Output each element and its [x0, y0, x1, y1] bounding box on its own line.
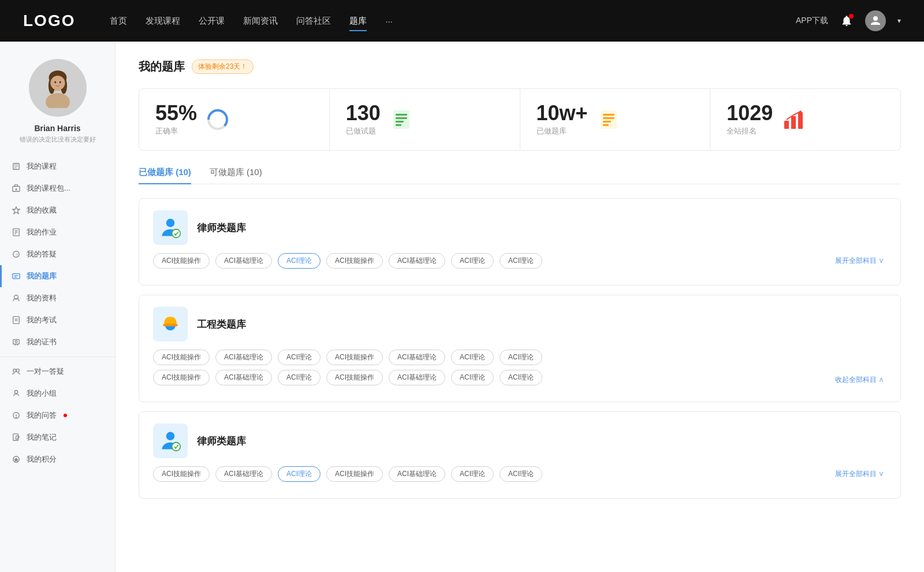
bank-3-icon	[153, 424, 188, 458]
certificates-icon	[12, 337, 21, 347]
course-package-icon	[12, 184, 21, 193]
sidebar: Brian Harris 错误的决定比没有决定要好 我的课程 我的课程包... …	[0, 42, 116, 572]
bank-1-tag-6[interactable]: ACI理论	[500, 253, 542, 269]
bank-3-tag-3[interactable]: ACI技能操作	[326, 466, 383, 482]
homework-label: 我的作业	[27, 227, 57, 237]
sidebar-item-exams[interactable]: 我的考试	[0, 309, 115, 331]
bank-2-r1-tag-4[interactable]: ACI基础理论	[389, 350, 445, 365]
svg-marker-16	[13, 207, 20, 214]
svg-rect-54	[603, 124, 609, 126]
tab-available-banks[interactable]: 可做题库 (10)	[210, 167, 262, 184]
nav-more[interactable]: ···	[385, 14, 393, 28]
bank-3-tag-6[interactable]: ACI理论	[500, 466, 542, 482]
bank-2-r1-tag-5[interactable]: ACI理论	[451, 350, 494, 365]
stat-correctrate-number: 55%	[155, 103, 197, 124]
stat-correctrate-text: 55% 正确率	[155, 103, 197, 136]
bank-2-r1-tag-2[interactable]: ACI理论	[278, 350, 321, 365]
svg-point-0	[873, 16, 878, 21]
my-courses-label: 我的课程	[27, 161, 57, 172]
bank-2-r1-tag-0[interactable]: ACI技能操作	[153, 350, 210, 365]
nav-discover[interactable]: 发现课程	[146, 13, 180, 29]
sidebar-item-questionbank[interactable]: 我的题库	[0, 265, 115, 287]
sidebar-motto: 错误的决定比没有决定要好	[14, 135, 102, 144]
bank-1-tag-4[interactable]: ACI基础理论	[389, 253, 445, 269]
exams-label: 我的考试	[27, 315, 57, 325]
bank-2-r1-tag-1[interactable]: ACI基础理论	[215, 350, 272, 365]
svg-rect-27	[13, 317, 20, 324]
svg-point-36	[14, 391, 17, 393]
materials-label: 我的资料	[27, 293, 57, 303]
user-avatar[interactable]	[865, 10, 886, 31]
bank-3-tag-2[interactable]: ACI理论	[278, 466, 321, 482]
bank-2-r2-tag-0[interactable]: ACI技能操作	[153, 370, 210, 385]
sidebar-item-my-qa[interactable]: 我的问答	[0, 404, 115, 426]
bank-1-expand-link[interactable]: 展开全部科目 ∨	[835, 256, 886, 266]
sidebar-item-course-package[interactable]: 我的课程包...	[0, 177, 115, 199]
sidebar-item-points[interactable]: 我的积分	[0, 448, 115, 470]
stat-donebanks-text: 10w+ 已做题库	[536, 103, 588, 136]
sidebar-item-notes[interactable]: 我的笔记	[0, 426, 115, 448]
tab-done-banks[interactable]: 已做题库 (10)	[139, 167, 191, 184]
page-header: 我的题库 体验剩余23天！	[139, 59, 901, 75]
svg-point-2	[46, 93, 70, 108]
svg-rect-62	[163, 324, 177, 326]
stat-correctrate-label: 正确率	[155, 126, 197, 136]
favorites-label: 我的收藏	[27, 205, 57, 216]
bank-2-r2-tag-6[interactable]: ACI理论	[500, 370, 542, 385]
bank-3-tag-0[interactable]: ACI技能操作	[153, 466, 210, 482]
materials-icon	[12, 294, 21, 303]
sidebar-item-favorites[interactable]: 我的收藏	[0, 199, 115, 221]
bank-2-r1-tag-6[interactable]: ACI理论	[500, 350, 542, 365]
points-icon	[12, 455, 21, 464]
svg-rect-49	[396, 124, 401, 126]
nav-opencourse[interactable]: 公开课	[199, 13, 225, 29]
app-download-button[interactable]: APP下载	[796, 16, 828, 26]
bank-2-r2-tag-1[interactable]: ACI基础理论	[215, 370, 272, 385]
stat-donebanks: 10w+ 已做题库	[520, 89, 711, 150]
bank-3-tag-1[interactable]: ACI基础理论	[215, 466, 272, 482]
bank-card-1: 律师类题库 ACI技能操作 ACI基础理论 ACI理论 ACI技能操作 ACI基…	[139, 198, 901, 285]
bank-1-tag-0[interactable]: ACI技能操作	[153, 253, 210, 269]
bank-2-r1-tag-3[interactable]: ACI技能操作	[326, 350, 383, 365]
sidebar-item-1on1[interactable]: 一对一答疑	[0, 361, 115, 382]
sidebar-item-groups[interactable]: 我的小组	[0, 382, 115, 404]
bank-1-tag-1[interactable]: ACI基础理论	[215, 253, 272, 269]
notification-bell[interactable]	[840, 14, 854, 28]
navbar-right: APP下载 ▾	[796, 10, 901, 31]
stat-correctrate-icon	[206, 108, 229, 131]
page-wrapper: Brian Harris 错误的决定比没有决定要好 我的课程 我的课程包... …	[0, 42, 924, 572]
bank-1-tag-2[interactable]: ACI理论	[278, 253, 321, 269]
stat-ranking-number: 1029	[726, 103, 773, 124]
bank-1-tag-5[interactable]: ACI理论	[451, 253, 494, 269]
bank-3-expand-link[interactable]: 展开全部科目 ∨	[835, 469, 886, 479]
bank-2-r2-tag-2[interactable]: ACI理论	[278, 370, 321, 385]
sidebar-item-qa[interactable]: ? 我的答疑	[0, 243, 115, 265]
navbar: LOGO 首页 发现课程 公开课 新闻资讯 问答社区 题库 ··· APP下载 …	[0, 0, 924, 42]
bank-2-r2-tag-3[interactable]: ACI技能操作	[326, 370, 383, 385]
svg-rect-55	[784, 121, 789, 129]
groups-icon	[12, 389, 21, 398]
sidebar-item-my-courses[interactable]: 我的课程	[0, 155, 115, 177]
svg-point-59	[166, 219, 175, 228]
bank-3-tag-4[interactable]: ACI基础理论	[389, 466, 445, 482]
bank-3-tags-row: ACI技能操作 ACI基础理论 ACI理论 ACI技能操作 ACI基础理论 AC…	[153, 466, 886, 482]
bank-1-tag-3[interactable]: ACI技能操作	[326, 253, 383, 269]
sidebar-item-certificates[interactable]: 我的证书	[0, 331, 115, 353]
sidebar-username: Brian Harris	[34, 124, 80, 133]
nav-qa[interactable]: 问答社区	[296, 13, 331, 29]
nav-news[interactable]: 新闻资讯	[243, 13, 278, 29]
nav-questionbank[interactable]: 题库	[349, 13, 367, 29]
bank-3-tag-5[interactable]: ACI理论	[451, 466, 494, 482]
sidebar-item-materials[interactable]: 我的资料	[0, 287, 115, 309]
stat-donebanks-label: 已做题库	[536, 126, 588, 136]
bank-2-r2-tag-4[interactable]: ACI基础理论	[389, 370, 445, 385]
svg-rect-50	[601, 110, 617, 129]
navbar-logo[interactable]: LOGO	[23, 12, 75, 30]
bank-2-r2-tag-5[interactable]: ACI理论	[451, 370, 494, 385]
nav-home[interactable]: 首页	[110, 13, 127, 29]
bank-2-collapse-link[interactable]: 收起全部科目 ∧	[835, 375, 886, 385]
stat-ranking: 1029 全站排名	[710, 89, 900, 150]
user-dropdown-arrow[interactable]: ▾	[897, 17, 901, 25]
sidebar-item-homework[interactable]: 我的作业	[0, 221, 115, 243]
my-courses-icon	[12, 162, 21, 171]
